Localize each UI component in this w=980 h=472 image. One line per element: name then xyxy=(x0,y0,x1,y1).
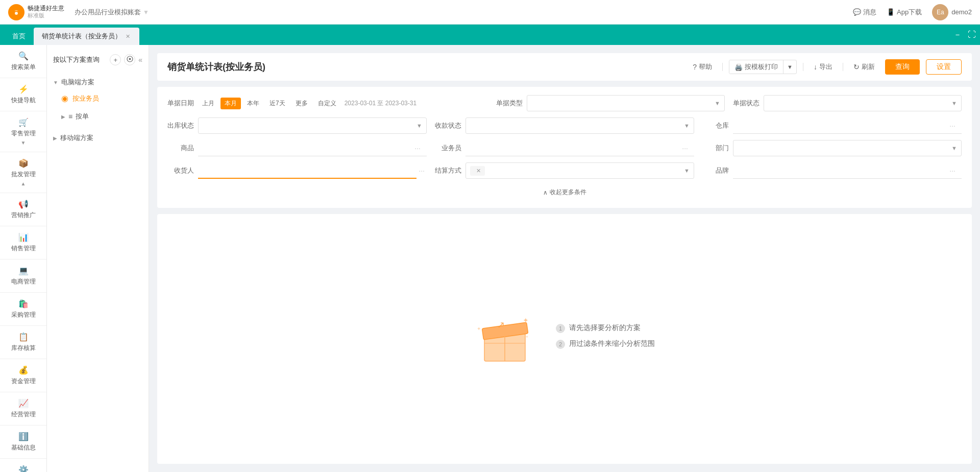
message-button[interactable]: 💬 消息 xyxy=(853,8,876,17)
tab-sales-stats-label: 销货单统计表（按业务员） xyxy=(42,32,121,41)
marketing-label: 营销推广 xyxy=(11,211,36,220)
refresh-button[interactable]: ↻ 刷新 xyxy=(849,60,879,74)
warehouse-select[interactable]: ··· xyxy=(733,117,962,134)
inventory-label: 库存核算 xyxy=(11,344,36,352)
empty-icon-area: ✦ ✦ ✦ ↗ xyxy=(474,310,535,368)
finance-mgmt-label: 资金管理 xyxy=(11,377,36,386)
tab-home[interactable]: 首页 xyxy=(4,28,34,45)
sidebar-item-purchase-mgmt[interactable]: 🛍️ 采购管理 xyxy=(0,293,46,326)
sidebar-item-wholesale-mgmt[interactable]: 📦 批发管理 ▲ xyxy=(0,152,46,193)
settings-button[interactable]: 设置 xyxy=(926,59,962,75)
filter-panel-title: 按以下方案查询 xyxy=(53,55,100,64)
recipient-dots-icon[interactable]: ··· xyxy=(416,167,427,175)
sidebar-item-retail-mgmt[interactable]: 🛒 零售管理 ▼ xyxy=(0,111,46,152)
collapse-icon: ∧ xyxy=(543,189,548,196)
sidebar-item-quick-nav[interactable]: ⚡ 快捷导航 xyxy=(0,78,46,111)
ecommerce-mgmt-label: 电商管理 xyxy=(11,277,36,286)
recipient-control: ··· xyxy=(198,162,427,179)
tab-close-icon[interactable]: ✕ xyxy=(125,32,131,41)
sidebar-item-inventory[interactable]: 📋 库存核算 xyxy=(0,326,46,359)
tab-sales-stats[interactable]: 销货单统计表（按业务员） ✕ xyxy=(34,28,139,45)
message-label: 消息 xyxy=(863,8,876,17)
out-status-field: 出库状态 ▼ xyxy=(167,117,427,134)
header-left: 畅捷通好生意 标准版 办公用品行业模拟账套 ▼ xyxy=(8,4,149,20)
app-download-button[interactable]: 📱 App下载 xyxy=(887,8,922,17)
breadcrumb[interactable]: 办公用品行业模拟账套 ▼ xyxy=(75,8,149,17)
tab-maximize-icon[interactable]: ⛶ xyxy=(968,30,976,39)
doc-status-arrow-icon: ▼ xyxy=(951,100,957,106)
goods-dots-icon[interactable]: ··· xyxy=(412,144,423,152)
department-select[interactable]: ▼ xyxy=(733,140,962,156)
doc-type-select[interactable]: ▼ xyxy=(527,95,725,111)
doc-status-select[interactable]: ▼ xyxy=(764,95,962,111)
filter-edit-button[interactable] xyxy=(124,54,135,65)
sidebar-item-finance-mgmt[interactable]: 💰 资金管理 xyxy=(0,359,46,392)
sidebar-item-marketing[interactable]: 📢 营销推广 xyxy=(0,193,46,226)
mobile-section-label: 移动端方案 xyxy=(60,133,93,143)
by-salesperson-label: 按业务员 xyxy=(72,94,99,103)
filter-panel: 按以下方案查询 + xyxy=(47,45,149,472)
filter-add-button[interactable]: + xyxy=(110,54,121,65)
filter-pc-section-title[interactable]: ▼ 电脑端方案 xyxy=(47,75,149,90)
page-title-actions: ? 帮助 🖨️ 按模板打印 ▼ ↓ xyxy=(689,59,962,75)
pc-section-arrow-icon: ▼ xyxy=(53,80,58,85)
warehouse-dots-icon[interactable]: ··· xyxy=(947,122,958,130)
date-custom-btn[interactable]: 自定义 xyxy=(314,98,340,109)
empty-state: ✦ ✦ ✦ ↗ 1 请先选择要分析的方案 xyxy=(157,214,972,464)
payment-status-select[interactable]: ▼ xyxy=(465,117,694,134)
salesperson-dots-icon[interactable]: ··· xyxy=(680,144,690,152)
query-button[interactable]: 查询 xyxy=(885,59,920,75)
out-status-label: 出库状态 xyxy=(167,121,194,130)
settlement-select[interactable]: ✕ ▼ xyxy=(465,162,694,179)
date-current-month-btn[interactable]: 本月 xyxy=(220,98,241,109)
top-header: 畅捷通好生意 标准版 办公用品行业模拟账套 ▼ 💬 消息 📱 App下载 Ea xyxy=(0,0,980,25)
settlement-label: 结算方式 xyxy=(435,166,461,175)
empty-text-area: 1 请先选择要分析的方案 2 用过滤条件来缩小分析范围 xyxy=(556,323,655,355)
divider-3 xyxy=(843,63,843,71)
tab-minimize-icon[interactable]: － xyxy=(953,30,962,40)
sidebar-item-system-mgmt[interactable]: ⚙️ 系统管理 xyxy=(0,459,46,472)
brand-field: 品牌 ··· xyxy=(702,162,962,179)
filter-by-order-title[interactable]: ▶ ≡ 按单 xyxy=(47,109,149,124)
help-button[interactable]: ? 帮助 xyxy=(689,60,716,74)
sales-mgmt-label: 销售管理 xyxy=(11,244,36,253)
export-button[interactable]: ↓ 导出 xyxy=(810,60,837,74)
breadcrumb-text: 办公用品行业模拟账套 xyxy=(75,8,141,17)
marketing-icon: 📢 xyxy=(18,199,29,209)
settlement-arrow-icon: ▼ xyxy=(684,168,690,174)
collapse-label: 收起更多条件 xyxy=(550,188,586,197)
sidebar-item-operation-mgmt[interactable]: 📈 经营管理 xyxy=(0,392,46,426)
print-button[interactable]: 🖨️ 按模板打印 xyxy=(729,60,783,74)
filter-collapse-button[interactable]: « xyxy=(138,56,142,64)
filter-mobile-section-title[interactable]: ▶ 移动端方案 xyxy=(47,130,149,146)
filter-by-salesperson[interactable]: ◉ 按业务员 xyxy=(47,90,149,107)
print-dropdown-button[interactable]: ▼ xyxy=(783,62,796,72)
warehouse-field: 仓库 ··· xyxy=(702,117,962,134)
tab-expand-button[interactable]: － ⛶ xyxy=(953,30,976,40)
date-field: 单据日期 上月 本月 本年 近7天 更多 自定义 2023-03-01 至 20… xyxy=(167,98,488,109)
filter-by-order-subsection: ▶ ≡ 按单 xyxy=(47,107,149,126)
sidebar-item-basic-info[interactable]: ℹ️ 基础信息 xyxy=(0,426,46,459)
user-profile[interactable]: Ea demo2 xyxy=(932,4,972,20)
out-status-select[interactable]: ▼ xyxy=(198,117,427,134)
filter-row-2: 出库状态 ▼ 收款状态 xyxy=(167,117,962,134)
recipient-input[interactable] xyxy=(198,162,416,179)
brand-dots-icon[interactable]: ··· xyxy=(947,167,958,175)
goods-select[interactable]: ··· xyxy=(198,140,427,156)
salesperson-select[interactable]: ··· xyxy=(465,140,694,156)
date-current-year-btn[interactable]: 本年 xyxy=(243,98,263,109)
sidebar-item-search-menu[interactable]: 🔍 搜索菜单 xyxy=(0,45,46,78)
brand-select[interactable]: ··· xyxy=(733,162,962,179)
sidebar-item-sales-mgmt[interactable]: 📊 销售管理 xyxy=(0,226,46,259)
date-more-btn[interactable]: 更多 xyxy=(291,98,312,109)
basic-info-icon: ℹ️ xyxy=(18,432,29,441)
collapse-bar[interactable]: ∧ 收起更多条件 xyxy=(167,185,962,200)
mobile-section-arrow-icon: ▶ xyxy=(53,135,57,141)
payment-status-control: ▼ xyxy=(465,117,694,134)
date-last-month-btn[interactable]: 上月 xyxy=(198,98,218,109)
doc-status-field: 单据状态 ▼ xyxy=(733,95,962,111)
settlement-tag-close-icon[interactable]: ✕ xyxy=(476,168,481,174)
date-last-7-btn[interactable]: 近7天 xyxy=(265,98,289,109)
out-status-arrow-icon: ▼ xyxy=(416,123,422,129)
sidebar-item-ecommerce-mgmt[interactable]: 💻 电商管理 xyxy=(0,259,46,293)
